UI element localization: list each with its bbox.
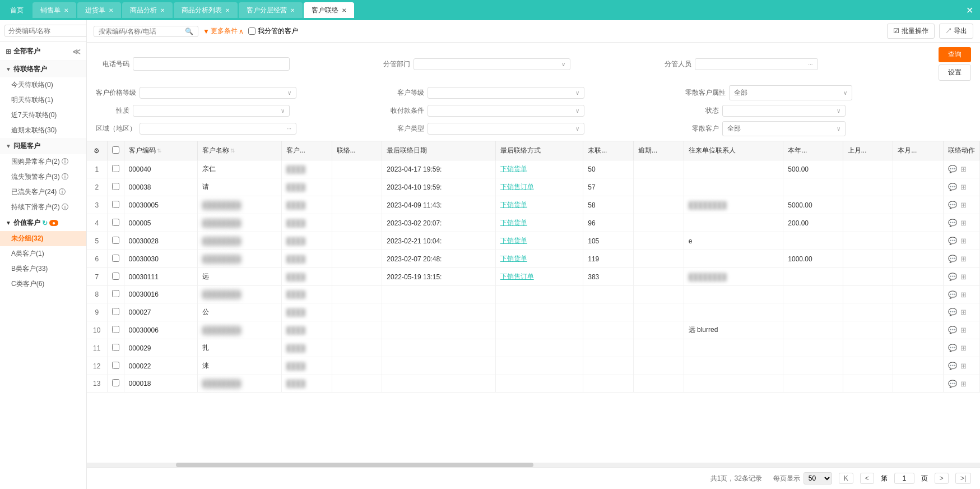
sort-code[interactable]: 客户编码: [129, 146, 193, 155]
last-method-link[interactable]: 下销货单: [500, 165, 527, 173]
last-method-link[interactable]: 下销货单: [500, 219, 527, 227]
row-checkbox[interactable]: [112, 326, 119, 333]
grid-action-icon[interactable]: ⊞: [960, 255, 967, 263]
row-checkbox[interactable]: [112, 237, 119, 244]
select-all-checkbox[interactable]: [112, 146, 119, 154]
row-checkbox[interactable]: [112, 201, 119, 208]
sidebar-item-class-a[interactable]: A类客户(1): [0, 246, 86, 261]
my-customers-filter[interactable]: 我分管的客户: [248, 26, 298, 36]
page-size-select[interactable]: 50 100: [803, 472, 832, 485]
customer-level-select[interactable]: ∨: [428, 87, 584, 99]
chat-icon[interactable]: 💬: [948, 362, 957, 370]
row-check[interactable]: [107, 357, 124, 375]
sidebar-all-customers[interactable]: ⊞ 全部客户 ≪: [0, 42, 86, 61]
region-select[interactable]: ···: [140, 123, 296, 135]
window-close-icon[interactable]: ✕: [962, 5, 978, 16]
sidebar-item-declining[interactable]: 持续下滑客户(2) ⓘ: [0, 200, 86, 215]
tab-purchase[interactable]: 进货单 ✕: [77, 2, 121, 18]
row-check[interactable]: [107, 268, 124, 286]
sidebar-group-value[interactable]: ▼ 价值客户 ↻ ●: [0, 215, 86, 231]
grid-action-icon[interactable]: ⊞: [960, 201, 967, 209]
grid-action-icon[interactable]: ⊞: [960, 362, 967, 370]
row-checkbox[interactable]: [112, 255, 119, 262]
chat-icon[interactable]: 💬: [948, 273, 957, 281]
last-method-link[interactable]: 下销售订单: [500, 183, 534, 191]
next-page-btn[interactable]: >: [935, 473, 949, 484]
dept-select[interactable]: ∨: [414, 58, 570, 70]
grid-action-icon[interactable]: ⊞: [960, 237, 967, 245]
sidebar-item-churned[interactable]: 已流失客户(24) ⓘ: [0, 184, 86, 200]
sidebar-group-pending[interactable]: ▼ 待联络客户: [0, 61, 86, 77]
sidebar-item-class-b[interactable]: B类客户(33): [0, 261, 86, 276]
last-method-link[interactable]: 下销售订单: [500, 273, 534, 280]
sidebar-item-churn-warn[interactable]: 流失预警客户(3) ⓘ: [0, 169, 86, 184]
refresh-icon[interactable]: ↻: [42, 219, 48, 227]
row-check[interactable]: [107, 178, 124, 196]
last-method-link[interactable]: 下销货单: [500, 201, 527, 209]
retail-attr-select[interactable]: 全部 ∨: [729, 85, 852, 100]
chat-icon[interactable]: 💬: [948, 201, 957, 209]
grid-action-icon[interactable]: ⊞: [960, 165, 967, 173]
chat-icon[interactable]: 💬: [948, 380, 957, 388]
row-check[interactable]: [107, 321, 124, 339]
chat-icon[interactable]: 💬: [948, 183, 957, 191]
row-checkbox[interactable]: [112, 273, 119, 280]
chat-icon[interactable]: 💬: [948, 255, 957, 263]
row-check[interactable]: [107, 375, 124, 393]
sidebar-item-class-c[interactable]: C类客户(6): [0, 276, 86, 292]
tab-product-analysis-close[interactable]: ✕: [160, 7, 165, 13]
sidebar-item-hoarding[interactable]: 囤购异常客户(2) ⓘ: [0, 154, 86, 169]
reset-btn[interactable]: 设置: [939, 64, 971, 81]
row-checkbox[interactable]: [112, 362, 119, 369]
tab-product-list[interactable]: 商品分析列表 ✕: [174, 2, 238, 18]
tab-sales-close[interactable]: ✕: [64, 7, 68, 13]
tab-customer-segment-close[interactable]: ✕: [290, 7, 295, 13]
first-page-btn[interactable]: K: [839, 473, 853, 484]
more-conditions-btn[interactable]: ▼ 更多条件 ∧: [203, 26, 244, 36]
retail-customer-select[interactable]: 全部 ∨: [722, 121, 846, 136]
sidebar-item-today[interactable]: 今天待联络(0): [0, 77, 86, 93]
price-level-select[interactable]: ∨: [140, 87, 296, 99]
scrollbar-thumb[interactable]: [176, 463, 533, 467]
batch-btn[interactable]: ☑ 批量操作: [887, 24, 934, 39]
search-icon[interactable]: 🔍: [185, 27, 193, 35]
row-check[interactable]: [107, 250, 124, 268]
grid-action-icon[interactable]: ⊞: [960, 344, 967, 352]
row-check[interactable]: [107, 339, 124, 357]
grid-action-icon[interactable]: ⊞: [960, 380, 967, 388]
chat-icon[interactable]: 💬: [948, 308, 957, 316]
tab-customer-segment[interactable]: 客户分层经营 ✕: [239, 2, 303, 18]
search-input[interactable]: [99, 27, 183, 35]
prev-page-btn[interactable]: <: [860, 473, 874, 484]
sidebar-collapse-icon[interactable]: ≪: [72, 47, 81, 56]
row-check[interactable]: [107, 196, 124, 214]
row-checkbox[interactable]: [112, 290, 119, 297]
row-checkbox[interactable]: [112, 183, 119, 190]
row-checkbox[interactable]: [112, 379, 119, 386]
row-checkbox[interactable]: [112, 308, 119, 315]
sidebar-item-tomorrow[interactable]: 明天待联络(1): [0, 93, 86, 108]
row-checkbox[interactable]: [112, 344, 119, 351]
tab-customer-contact-close[interactable]: ✕: [342, 7, 346, 13]
phone-input[interactable]: [133, 57, 290, 71]
query-btn[interactable]: 查询: [939, 47, 971, 62]
row-check[interactable]: [107, 160, 124, 178]
row-check[interactable]: [107, 232, 124, 250]
tab-home[interactable]: 首页: [2, 2, 31, 18]
tab-product-list-close[interactable]: ✕: [225, 7, 230, 13]
last-page-btn[interactable]: >|: [955, 473, 971, 484]
th-checkbox[interactable]: [107, 141, 124, 160]
sidebar-group-problem[interactable]: ▼ 问题客户: [0, 138, 86, 154]
chat-icon[interactable]: 💬: [948, 219, 957, 227]
last-method-link[interactable]: 下销货单: [500, 255, 527, 262]
tab-product-analysis[interactable]: 商品分析 ✕: [122, 2, 173, 18]
chat-icon[interactable]: 💬: [948, 344, 957, 352]
sidebar-item-week[interactable]: 近7天待联络(0): [0, 108, 86, 123]
tab-customer-contact[interactable]: 客户联络 ✕: [304, 2, 354, 18]
staff-select[interactable]: ···: [695, 58, 818, 70]
grid-action-icon[interactable]: ⊞: [960, 219, 967, 227]
last-method-link[interactable]: 下销货单: [500, 237, 527, 245]
grid-action-icon[interactable]: ⊞: [960, 183, 967, 191]
row-check[interactable]: [107, 303, 124, 321]
chat-icon[interactable]: 💬: [948, 326, 957, 334]
